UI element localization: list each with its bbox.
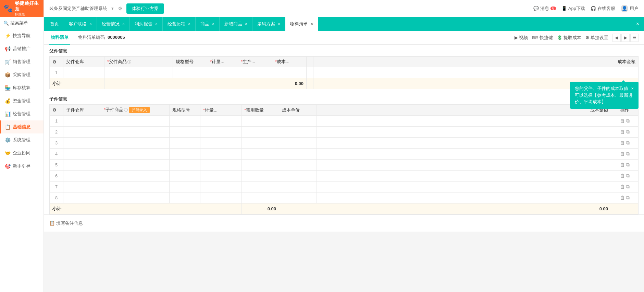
parent-unit-1[interactable] (207, 67, 238, 78)
child-goods-7[interactable] (101, 182, 170, 192)
tab-goods[interactable]: 商品 × (196, 17, 220, 31)
copy-icon-1[interactable]: ⧉ (626, 118, 630, 124)
child-spec-7[interactable] (170, 182, 200, 192)
cost-action[interactable]: 💲 提取成本 (557, 35, 581, 41)
child-unit-cost-8[interactable] (279, 192, 317, 203)
delete-icon-6[interactable]: 🗑 (620, 173, 625, 179)
child-quantity-1[interactable] (242, 116, 279, 127)
child-warehouse-7[interactable] (63, 182, 101, 192)
tab-new-goods-close[interactable]: × (245, 22, 247, 26)
child-unit-2[interactable] (200, 127, 231, 138)
child-goods-2[interactable] (101, 127, 170, 138)
parent-cost-1[interactable] (272, 67, 307, 78)
child-unit-8[interactable] (200, 192, 231, 203)
child-warehouse-2[interactable] (63, 127, 101, 138)
sidebar-item-sales[interactable]: 🛒 销售管理 (0, 55, 44, 68)
child-quantity-2[interactable] (242, 127, 279, 138)
sidebar-item-enterprise[interactable]: 🤝 企业协同 (0, 147, 44, 160)
tab-home[interactable]: 首页 (45, 17, 64, 31)
parent-goods-1[interactable] (104, 67, 173, 78)
pager-next[interactable]: ▶ (621, 34, 630, 42)
child-goods-4[interactable] (101, 149, 170, 160)
delete-icon-7[interactable]: 🗑 (620, 184, 625, 190)
child-warehouse-6[interactable] (63, 171, 101, 182)
child-quantity-5[interactable] (242, 160, 279, 171)
child-unit-cost-5[interactable] (279, 160, 317, 171)
tab-operations-close[interactable]: × (122, 22, 125, 26)
sidebar-item-marketing[interactable]: 📢 营销推广 (0, 42, 44, 55)
sidebar-item-quick-nav[interactable]: ⚡ 快捷导航 (0, 29, 44, 42)
child-unit-cost-2[interactable] (279, 127, 317, 138)
child-unit-cost-6[interactable] (279, 171, 317, 182)
child-spec-2[interactable] (170, 127, 200, 138)
parent-spec-1[interactable] (173, 67, 207, 78)
tab-bom-close[interactable]: × (311, 22, 313, 26)
view-action[interactable]: ▶ 视频 (515, 35, 528, 41)
child-goods-3[interactable] (101, 138, 170, 149)
child-unit-cost-1[interactable] (279, 116, 317, 127)
scan-button[interactable]: 扫码录入 (129, 107, 150, 113)
child-quantity-6[interactable] (242, 171, 279, 182)
copy-icon-7[interactable]: ⧉ (626, 184, 630, 190)
child-quantity-8[interactable] (242, 192, 279, 203)
child-goods-6[interactable] (101, 171, 170, 182)
child-spec-3[interactable] (170, 138, 200, 149)
sidebar-search[interactable]: 🔍 搜索菜单 (0, 17, 44, 29)
child-spec-8[interactable] (170, 192, 200, 203)
child-goods-8[interactable] (101, 192, 170, 203)
sidebar-item-finance[interactable]: 💰 资金管理 (0, 94, 44, 107)
child-quantity-3[interactable] (242, 138, 279, 149)
notes-button[interactable]: 📋 填写备注信息 (49, 220, 83, 226)
child-quantity-7[interactable] (242, 182, 279, 192)
child-quantity-4[interactable] (242, 149, 279, 160)
child-unit-3[interactable] (200, 138, 231, 149)
tab-customer-close[interactable]: × (89, 22, 92, 26)
child-settings-icon[interactable]: ⚙ (52, 107, 57, 113)
pager-menu[interactable]: ☰ (630, 34, 639, 42)
delete-icon-3[interactable]: 🗑 (620, 140, 625, 146)
child-warehouse-4[interactable] (63, 149, 101, 160)
tooltip-close[interactable]: × (631, 85, 634, 92)
copy-icon-3[interactable]: ⧉ (626, 140, 630, 146)
tab-customer[interactable]: 客户联络 × (64, 17, 97, 31)
settings-icon[interactable]: ⚙ (52, 59, 57, 65)
pager-prev[interactable]: ◀ (612, 34, 621, 42)
copy-icon-2[interactable]: ⧉ (626, 129, 630, 135)
online-service-action[interactable]: 🎧 在线客服 (591, 5, 615, 12)
child-unit-4[interactable] (200, 149, 231, 160)
sub-nav-bom-code[interactable]: 物料清单编码 0000005 (77, 31, 126, 45)
delete-icon-4[interactable]: 🗑 (620, 151, 625, 157)
topbar-dropdown-icon[interactable]: ▾ (111, 6, 114, 11)
sidebar-item-purchase[interactable]: 📦 采购管理 (0, 68, 44, 81)
copy-icon-8[interactable]: ⧉ (626, 195, 630, 201)
child-goods-1[interactable] (101, 116, 170, 127)
child-unit-cost-3[interactable] (279, 138, 317, 149)
tab-barcode[interactable]: 条码方案 × (252, 17, 285, 31)
delete-icon-8[interactable]: 🗑 (620, 195, 625, 201)
tab-history[interactable]: 经营历程 × (163, 17, 196, 31)
shortcut-action[interactable]: ⌨ 快捷键 (532, 35, 553, 41)
child-warehouse-8[interactable] (63, 192, 101, 203)
tab-profit-close[interactable]: × (155, 22, 158, 26)
sub-nav-bom[interactable]: 物料清单 (49, 31, 70, 45)
single-settings-action[interactable]: ⚙ 单据设置 (585, 35, 608, 41)
tab-profit[interactable]: 利润报告 × (130, 17, 163, 31)
child-warehouse-3[interactable] (63, 138, 101, 149)
tab-goods-close[interactable]: × (212, 22, 214, 26)
child-spec-6[interactable] (170, 171, 200, 182)
copy-icon-4[interactable]: ⧉ (626, 151, 630, 157)
tab-bom[interactable]: 物料清单 × (285, 17, 318, 31)
delete-icon-5[interactable]: 🗑 (620, 162, 625, 168)
child-unit-7[interactable] (200, 182, 231, 192)
copy-icon-6[interactable]: ⧉ (626, 173, 630, 179)
tab-operations[interactable]: 经营情况 × (97, 17, 130, 31)
parent-warehouse-1[interactable] (63, 67, 104, 78)
tab-barcode-close[interactable]: × (278, 22, 280, 26)
child-unit-6[interactable] (200, 171, 231, 182)
child-goods-5[interactable] (101, 160, 170, 171)
parent-produce-1[interactable] (238, 67, 272, 78)
app-download-action[interactable]: 📱 App下载 (561, 5, 585, 12)
child-unit-5[interactable] (200, 160, 231, 171)
sidebar-item-system[interactable]: ⚙️ 系统管理 (0, 133, 44, 147)
child-unit-1[interactable] (200, 116, 231, 127)
